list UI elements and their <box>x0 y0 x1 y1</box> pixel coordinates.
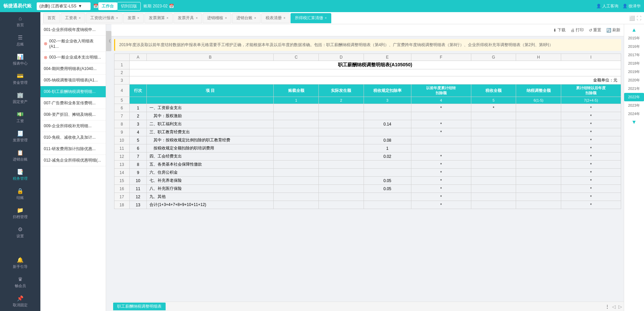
sidebar-item-guide[interactable]: 🔔 新手引导 <box>0 253 40 273</box>
sidebar-item-label: 资金管理 <box>13 80 28 85</box>
table-row[interactable]: 13 8 五、各类基本社会保障性缴款 * * <box>114 161 621 169</box>
print-button[interactable]: 🖨 打印 <box>571 27 584 33</box>
table-row[interactable]: 16 11 八、补充医疗保险 0.05 * * <box>114 185 621 193</box>
sidebar-item-purchase[interactable]: 📋 进销台账 <box>0 146 40 165</box>
left-panel-item-009[interactable]: 009-企业所得税补充明细... <box>40 120 106 132</box>
year-2019[interactable]: 2019年 <box>624 68 644 76</box>
tab-purchase-ledger[interactable]: 进销台账 × <box>232 13 261 23</box>
sidebar-item-home[interactable]: ⌂ 首页 <box>0 12 40 31</box>
table-row[interactable]: 17 12 九、其他 * * <box>114 193 621 201</box>
left-panel-item-007[interactable]: 007-广告费和业务宣传费明... <box>40 98 106 109</box>
sidebar-item-capital[interactable]: 💳 资金管理 <box>0 69 40 89</box>
tab-close-icon[interactable]: × <box>196 16 198 20</box>
tab-close-icon[interactable]: × <box>167 16 169 20</box>
tab-home[interactable]: 首页 <box>43 13 60 23</box>
left-panel-item-012[interactable]: 012-减免企业所得税优惠明细(... <box>40 155 106 166</box>
table-row[interactable]: 18 13 合计(1+3+4+7+8+9+10+11+12) * * <box>114 201 621 209</box>
download-button[interactable]: ⬇ 下载 <box>553 27 566 33</box>
tab-income-tax[interactable]: 所得税汇算清缴 × <box>291 13 331 23</box>
sidebar-item-close[interactable]: 🔒 结账 <box>0 184 40 204</box>
year-2018[interactable]: 2018年 <box>624 59 644 68</box>
sidebar-item-member[interactable]: ♛ 畅会员 <box>0 273 40 292</box>
left-panel-item-001[interactable]: 001-企业所得税年度纳税申... <box>40 24 106 36</box>
workspace-button[interactable]: 工作台 <box>98 2 117 10</box>
left-panel-item-002[interactable]: ⊗ 002-一般企业收入明细表(A1... <box>40 36 106 52</box>
tab-close-icon[interactable]: × <box>283 16 285 20</box>
tab-invoice[interactable]: 发票 × <box>123 13 144 23</box>
year-2023[interactable]: 2023年 <box>624 101 644 110</box>
tab-purchase-check[interactable]: 进销稽核 × <box>203 13 231 23</box>
tab-label: 税表清册 <box>266 15 282 21</box>
switch-old-button[interactable]: 切到旧版 <box>117 2 141 10</box>
tab-close-icon[interactable]: × <box>116 16 118 20</box>
left-panel-item-008[interactable]: 008-资产折旧、摊销及纳税... <box>40 109 106 120</box>
table-row[interactable]: 7 2 其中：股权激励 * <box>114 112 621 120</box>
tab-close-icon[interactable]: × <box>137 16 139 20</box>
sidebar-item-label: 首页 <box>16 23 24 28</box>
tab-invoice-open[interactable]: 发票开具 × <box>173 13 202 23</box>
tab-salary-report[interactable]: 工资统计报表 × <box>86 13 123 23</box>
tab-invoice-calc[interactable]: 发票测算 × <box>144 13 173 23</box>
tab-restore-button[interactable]: ⬜ <box>629 15 635 21</box>
tab-close-icon[interactable]: × <box>79 16 81 20</box>
archive-icon: 📁 <box>17 207 24 213</box>
year-2020[interactable]: 2020年 <box>624 76 644 84</box>
table-row[interactable]: 10 5 其中：按税收规定比例扣除的职工教育经费 0.08 * <box>114 136 621 144</box>
year-down-arrow[interactable]: ▼ <box>631 118 638 126</box>
year-2015[interactable]: 2015年 <box>624 34 644 42</box>
user-button[interactable]: 👤 徐泽华 <box>622 3 641 9</box>
reset-button[interactable]: ↺ 重置 <box>589 27 601 33</box>
table-row[interactable]: 8 3 二、职工福利支出 0.14 * * <box>114 120 621 128</box>
member-icon: ♛ <box>18 276 23 282</box>
sidebar: ⌂ 首页 ☰ 总账 📊 报表中心 💳 资金管理 🏢 固定资产 💵 工资 <box>0 12 40 311</box>
table-row[interactable]: 12 7 四、工会经费支出 0.02 * * <box>114 152 621 161</box>
table-row[interactable]: 9 4 三、职工教育经费支出 * * <box>114 128 621 136</box>
left-panel-item-011[interactable]: 011-研发费用加计扣除优惠... <box>40 143 106 155</box>
item-label: 007-广告费和业务宣传费明... <box>44 100 96 106</box>
toolbar: ⬇ 下载 🖨 打印 ↺ 重置 🔄 刷新 <box>111 24 624 36</box>
table-row[interactable]: 11 6 按税收规定全额扣除的职培训费用 1 * <box>114 144 621 152</box>
sidebar-item-cancel-fixed[interactable]: 📌 取消固定 <box>0 292 40 311</box>
calendar-icon-btn[interactable]: 📅 <box>93 4 98 8</box>
tab-close-icon[interactable]: × <box>225 16 227 20</box>
year-2024[interactable]: 2024年 <box>624 110 644 118</box>
company-selector[interactable]: (勿删) 江西睿宝-LSS ▼ <box>37 2 91 10</box>
year-up-arrow[interactable]: ▲ <box>631 26 638 34</box>
sidebar-item-invoice[interactable]: 🧾 发票管理 <box>0 127 40 146</box>
top-bar: 畅捷通易代账 (勿删) 江西睿宝-LSS ▼ 📅 工作台 切到旧版 账期 202… <box>0 0 644 12</box>
support-button[interactable]: 👤 人工客询 <box>596 3 618 9</box>
table-row[interactable]: 14 9 六、住房公积金 * * <box>114 169 621 177</box>
tab-salary-sheet[interactable]: 工资表 × <box>61 13 85 23</box>
tab-close-icon[interactable]: × <box>325 16 327 20</box>
table-row[interactable]: 6 1 一、工资薪金支出 * * * <box>114 104 621 112</box>
left-panel-item-003[interactable]: ⊗ 003-一般企业成本支出明细... <box>40 52 106 63</box>
scroll-right-button[interactable]: ▷ <box>618 304 622 309</box>
year-2022[interactable]: 2022年 <box>624 93 644 101</box>
col-header-row: A B C D E F G H I <box>114 54 621 61</box>
sidebar-item-report[interactable]: 📊 报表中心 <box>0 50 40 69</box>
tab-tax-list[interactable]: 税表清册 × <box>261 13 290 23</box>
sidebar-item-tax[interactable]: 📑 税务管理 <box>0 165 40 184</box>
scroll-left-button[interactable]: ◁ <box>612 304 616 309</box>
refresh-button[interactable]: 🔄 刷新 <box>606 27 620 33</box>
tab-maximize-button[interactable]: ⛶ <box>637 15 641 21</box>
left-panel-item-005[interactable]: 005-纳税调整项目明细表(A1... <box>40 75 106 86</box>
table-wrapper[interactable]: A B C D E F G H I <box>111 54 624 302</box>
sidebar-item-assets[interactable]: 🏢 固定资产 <box>0 89 40 108</box>
year-2016[interactable]: 2016年 <box>624 42 644 51</box>
sidebar-item-salary[interactable]: 💵 工资 <box>0 108 40 127</box>
tab-home-label: 首页 <box>47 15 56 21</box>
left-panel-item-010[interactable]: 010-免税、减收收入及加计... <box>40 132 106 143</box>
year-2021[interactable]: 2021年 <box>624 84 644 93</box>
sidebar-item-archive[interactable]: 📁 归档管理 <box>0 204 40 223</box>
tab-close-icon[interactable]: × <box>254 16 256 20</box>
left-panel-item-006[interactable]: 006-职工薪酬纳税调整明细... <box>40 86 106 98</box>
left-panel-item-004[interactable]: 004-期间费用明细表(A1040... <box>40 63 106 75</box>
collapse-panel-button[interactable]: 《 <box>106 31 111 51</box>
sidebar-item-settings[interactable]: ⚙ 设置 <box>0 223 40 242</box>
year-2017[interactable]: 2017年 <box>624 51 644 59</box>
col-h: H <box>516 54 561 61</box>
sheet-tab[interactable]: 职工薪酬纳税调整明细表 <box>113 303 166 310</box>
sidebar-item-ledger[interactable]: ☰ 总账 <box>0 31 40 50</box>
table-row[interactable]: 15 10 七、补充养老保险 0.05 * * <box>114 177 621 185</box>
